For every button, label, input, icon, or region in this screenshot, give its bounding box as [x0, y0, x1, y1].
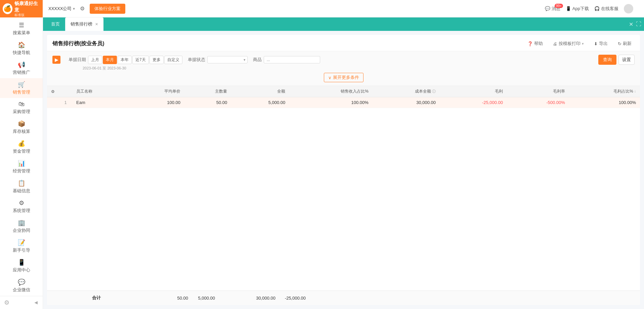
filter-date-btns: 上月本月本年近7天更多自定义 [88, 56, 182, 64]
td-cost-0: 30,000.00 [373, 97, 440, 108]
th-gross: 毛利 [440, 86, 507, 97]
topbar-settings-btn[interactable]: ⚙ [78, 4, 87, 13]
sidebar-item-appcenter[interactable]: 📱应用中心 [0, 256, 43, 276]
data-table: ⚙ 员工名称 平均单价 主数量 全额 销售收入占比% 成本全额 ⓘ 毛利 毛利率 [47, 86, 640, 108]
help-btn[interactable]: ❓ 帮助 [524, 39, 546, 48]
sidebar-icon-marketing: 📢 [18, 61, 25, 68]
filter-date-btn-2[interactable]: 本年 [118, 56, 132, 64]
company-selector[interactable]: XXXXX公司 ▾ [48, 6, 75, 12]
logo-text: 畅康通好生意 标准版 [14, 0, 40, 17]
app-icon: 📱 [566, 6, 571, 11]
filter-date-btn-1[interactable]: 本月 [103, 56, 117, 64]
sidebar-item-wechat[interactable]: 💬企业微信 [0, 276, 43, 296]
th-qty: 主数量 [184, 86, 231, 97]
tabbar-close-btn[interactable]: ✕ [629, 21, 633, 28]
trial-btn[interactable]: 体验行业方案 [90, 4, 125, 14]
sidebar-item-sales[interactable]: 🛒销售管理 [0, 78, 43, 98]
service-btn[interactable]: 🎧 在线客服 [594, 6, 618, 12]
sidebar-label-inventory: 库存核算 [13, 128, 30, 135]
settings-btn[interactable]: 设置 [618, 55, 635, 65]
page-inner: 销售排行榜(按业务员) ❓ 帮助 🖨 按模板打印 ▾ ⬇ 导出 [47, 35, 640, 305]
cost-info-icon[interactable]: ⓘ [432, 89, 436, 93]
th-gross-ratio: 毛利占比% ↕ [569, 86, 640, 97]
filter-area: ▶ 单据日期 上月本月本年近7天更多自定义 单据状态 [47, 51, 640, 86]
th-setting[interactable]: ⚙ [47, 86, 59, 97]
app-label: App下载 [572, 6, 589, 12]
sidebar-icon-inventory: 📦 [18, 120, 25, 127]
message-badge: 99+ [555, 4, 563, 8]
expand-more-btn[interactable]: ∨ 展开更多条件 [324, 73, 363, 82]
tabbar: 首页 销售排行榜 ✕ ✕ ⛶ [43, 17, 644, 31]
sidebar-icon-shortcut: 🏠 [18, 41, 25, 49]
sidebar-item-search[interactable]: ☰搜索菜单 [0, 19, 43, 39]
sidebar-label-sales: 销售管理 [13, 89, 30, 95]
tabbar-restore-btn[interactable]: ⛶ [636, 21, 641, 28]
filter-goods-input[interactable] [264, 56, 320, 63]
filter-status-select[interactable] [207, 56, 248, 63]
tab-sales-rank[interactable]: 销售排行榜 ✕ [65, 17, 103, 31]
sidebar-collapse-icon[interactable]: ◄ [33, 300, 39, 306]
export-btn[interactable]: ⬇ 导出 [591, 39, 611, 48]
refresh-btn[interactable]: ↻ 刷新 [615, 39, 635, 48]
sidebar-item-basic[interactable]: 📋基础信息 [0, 177, 43, 197]
sidebar-item-enterprise[interactable]: 🏢企业协同 [0, 216, 43, 236]
filter-date-item: 单据日期 上月本月本年近7天更多自定义 [69, 56, 182, 64]
app-download-btn[interactable]: 📱 App下载 [566, 6, 589, 12]
sidebar-label-appcenter: 应用中心 [13, 267, 30, 273]
help-label: 帮助 [534, 41, 543, 47]
message-icon: 💬 [545, 6, 550, 11]
logo-main: 畅康通好生意 [14, 0, 40, 12]
expand-icon: ∨ [328, 75, 332, 80]
logo-sub: 标准版 [14, 13, 40, 17]
sidebar-item-operations[interactable]: 📊经营管理 [0, 157, 43, 177]
tab-sales-rank-close-icon[interactable]: ✕ [95, 22, 98, 27]
topbar: XXXXX公司 ▾ ⚙ 体验行业方案 💬 消息 99+ 📱 App下载 🎧 在线… [43, 0, 644, 17]
sidebar-icon-purchase: 🛍 [18, 101, 25, 108]
th-cost: 成本全额 ⓘ [373, 86, 440, 97]
th-gross-rate: 毛利率 [507, 86, 569, 97]
gross-ratio-sort-icon[interactable]: ↕ [634, 90, 636, 93]
refresh-icon: ↻ [618, 41, 621, 46]
main-area: XXXXX公司 ▾ ⚙ 体验行业方案 💬 消息 99+ 📱 App下载 🎧 在线… [43, 0, 644, 309]
td-gross-rate-0: -500.00% [507, 97, 569, 108]
th-avg-price: 平均单价 [128, 86, 184, 97]
sidebar-icon-search: ☰ [19, 21, 24, 29]
user-avatar[interactable] [624, 4, 633, 13]
message-btn[interactable]: 💬 消息 99+ [545, 6, 560, 12]
tabbar-right: ✕ ⛶ [629, 21, 641, 28]
sidebar-item-newbie[interactable]: 📝新手引导 [0, 236, 43, 256]
print-btn[interactable]: 🖨 按模板打印 ▾ [550, 39, 587, 48]
sidebar-label-purchase: 采购管理 [13, 109, 30, 115]
sidebar-item-inventory[interactable]: 📦库存核算 [0, 117, 43, 137]
filter-goods-item: 商品 [253, 56, 320, 63]
export-icon: ⬇ [594, 41, 598, 46]
tab-home-label: 首页 [51, 21, 60, 27]
query-btn[interactable]: 查询 [598, 55, 616, 65]
sidebar-item-shortcut[interactable]: 🏠快捷导航 [0, 39, 43, 58]
sidebar-item-system[interactable]: ⚙系统管理 [0, 197, 43, 216]
td-avg-price-0: 100.00 [128, 97, 184, 108]
sidebar-settings-icon[interactable]: ⚙ [4, 299, 9, 306]
table-wrap: ⚙ 员工名称 平均单价 主数量 全额 销售收入占比% 成本全额 ⓘ 毛利 毛利率 [47, 86, 640, 291]
print-chevron-icon: ▾ [582, 42, 584, 46]
topbar-right: 💬 消息 99+ 📱 App下载 🎧 在线客服 [545, 4, 639, 13]
sidebar-logo: 🍊 畅康通好生意 标准版 [0, 0, 43, 17]
sidebar-item-marketing[interactable]: 📢营销推广 [0, 58, 43, 78]
table-row: 1 Eam 100.00 50.00 5,000.00 100.00% 30,0… [47, 97, 640, 108]
print-label: 按模板打印 [559, 41, 581, 47]
td-amount-0: 5,000.00 [231, 97, 289, 108]
logo-icon: 🍊 [3, 3, 12, 14]
sidebar-item-purchase[interactable]: 🛍采购管理 [0, 98, 43, 117]
footer-label: 合计 [88, 294, 138, 302]
filter-date-btn-0[interactable]: 上月 [88, 56, 102, 64]
td-gross-0: -25,000.00 [440, 97, 507, 108]
filter-date-btn-5[interactable]: 自定义 [164, 56, 182, 64]
filter-date-btn-4[interactable]: 更多 [149, 56, 164, 64]
filter-date-range: 2023-06-01 至 2023-06-30 [83, 66, 126, 70]
td-setting-0 [47, 97, 59, 108]
filter-date-btn-3[interactable]: 近7天 [132, 56, 149, 64]
filter-arrow-btn[interactable]: ▶ [52, 56, 60, 64]
company-chevron-icon: ▾ [73, 6, 75, 11]
sidebar-item-finance[interactable]: 💰资金管理 [0, 137, 43, 157]
tab-home[interactable]: 首页 [46, 17, 65, 31]
